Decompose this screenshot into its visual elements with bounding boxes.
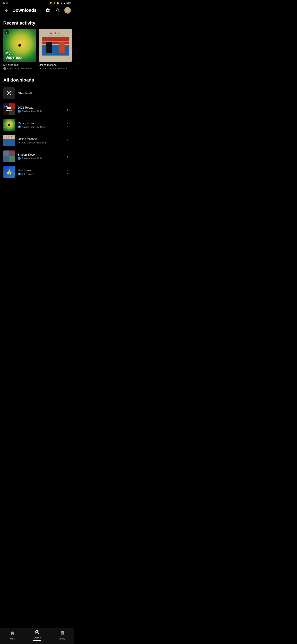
likes-icon: 👍 bbox=[6, 169, 12, 175]
dl-type: Playlist • Abner N. Li bbox=[21, 110, 42, 112]
dl-meta: ✓ Playlist • Abner N. Li bbox=[18, 157, 61, 160]
download-item-offline-mixtape[interactable]: Offline mixtape ✦ Auto playlist • Abner … bbox=[0, 133, 74, 148]
status-time: 5:10 bbox=[3, 2, 8, 4]
recent-activity-title: Recent activity bbox=[0, 16, 74, 29]
download-item-your-likes[interactable]: 👍 Your Likes ✓ Auto playlist ⋮ bbox=[0, 164, 74, 180]
bluetooth-icon: ⚡ bbox=[53, 2, 56, 4]
recent-activity-scroll[interactable]: MySupermix My supermix ✓ Playlist • YouT… bbox=[0, 29, 74, 73]
dl-info-recap: 2021 Recap ✓ Playlist • Abner N. Li bbox=[18, 106, 61, 113]
supermix-label: MySupermix bbox=[5, 52, 22, 60]
verified-icon: ✓ bbox=[18, 172, 21, 176]
verified-icon: ✓ bbox=[18, 126, 21, 128]
dl-meta: ✦ Auto playlist • Abner N. Li bbox=[18, 141, 61, 144]
recent-item-name: Offline mixtape bbox=[39, 63, 72, 66]
recent-card-supermix[interactable]: MySupermix My supermix ✓ Playlist • YouT… bbox=[3, 29, 36, 70]
auto-playlist-icon: ✦ bbox=[18, 141, 21, 144]
recent-thumb-offline-mixtape: GRITS THE ART OF TRANSLATION bbox=[39, 29, 72, 62]
recent-item-meta: ✦ Auto playlist • Abner N. Li bbox=[39, 67, 72, 70]
thumb-offline-mixtape bbox=[3, 135, 15, 146]
auto-playlist-icon: ✦ bbox=[39, 67, 42, 70]
more-options-button[interactable]: ⋮ bbox=[64, 106, 71, 112]
dl-type: Playlist • YouTube Music bbox=[21, 126, 46, 128]
download-item-recap[interactable]: CAP 2021RECAP 2021 Recap ✓ Playlist • Ab… bbox=[0, 101, 74, 117]
thumb-supermix-dl: MySupermix bbox=[3, 119, 15, 131]
dl-type: Playlist • Abner N. Li bbox=[21, 157, 42, 160]
battery-level: 55% bbox=[66, 2, 71, 4]
dl-info-your-likes: Your Likes ✓ Auto playlist bbox=[18, 169, 61, 176]
notification-icon: 🔔 bbox=[56, 2, 59, 4]
dl-name: My supermix bbox=[18, 122, 61, 125]
dl-name: Offline mixtape bbox=[18, 137, 61, 140]
header-actions bbox=[44, 7, 71, 14]
dl-meta: ✓ Playlist • Abner N. Li bbox=[18, 110, 61, 113]
recent-item-type: Auto playlist • Abner N. Li bbox=[42, 67, 68, 70]
dl-type: Auto playlist • Abner N. Li bbox=[21, 142, 47, 144]
recent-thumb-supermix: MySupermix bbox=[3, 29, 36, 62]
grits-scene bbox=[42, 37, 69, 56]
grits-title: GRITS bbox=[50, 31, 61, 34]
disc-sm bbox=[8, 124, 10, 126]
dl-info-offline-mixtape: Offline mixtape ✦ Auto playlist • Abner … bbox=[18, 137, 61, 144]
verified-icon: ✓ bbox=[18, 157, 21, 160]
download-item-supermix[interactable]: MySupermix My supermix ✓ Playlist • YouT… bbox=[0, 117, 74, 133]
thumb-recap: CAP 2021RECAP bbox=[3, 104, 15, 115]
dl-name: Your Likes bbox=[18, 169, 61, 172]
more-options-button[interactable]: ⋮ bbox=[64, 169, 71, 175]
shuffle-all-button[interactable]: Shuffle all bbox=[0, 85, 74, 101]
back-button[interactable] bbox=[3, 7, 10, 14]
search-button[interactable] bbox=[54, 7, 61, 14]
verified-icon: ✓ bbox=[18, 110, 21, 113]
recent-item-type: Playlist • YouTube Music bbox=[7, 67, 32, 70]
grits-subtitle: THE ART OF TRANSLATION bbox=[46, 34, 64, 36]
recent-item-meta: ✓ Playlist • YouTube Music bbox=[3, 67, 36, 70]
status-icons: 🔑 ⚡ 🔔 ▼ ▲ 55% bbox=[49, 2, 71, 4]
dl-type: Auto playlist bbox=[21, 173, 34, 175]
recent-card-offline-mixtape[interactable]: GRITS THE ART OF TRANSLATION Offline mix… bbox=[39, 29, 72, 70]
verified-icon: ✓ bbox=[3, 67, 6, 70]
recent-item-name: My supermix bbox=[3, 63, 36, 66]
dl-meta: ✓ Auto playlist bbox=[18, 172, 61, 176]
thumb-station-eleven bbox=[3, 150, 15, 162]
all-downloads-title: All downloads bbox=[0, 73, 74, 85]
settings-button[interactable] bbox=[44, 7, 51, 14]
user-avatar[interactable] bbox=[64, 7, 71, 14]
shuffle-label: Shuffle all bbox=[18, 92, 32, 95]
wifi-icon: ▼ bbox=[60, 2, 62, 4]
page-title: Downloads bbox=[12, 8, 42, 13]
status-bar: 5:10 🔑 ⚡ 🔔 ▼ ▲ 55% bbox=[0, 0, 74, 5]
key-icon: 🔑 bbox=[49, 2, 52, 4]
dl-name: 2021 Recap bbox=[18, 106, 61, 109]
play-icon bbox=[4, 30, 9, 34]
dl-info-station-eleven: Station Eleven ✓ Playlist • Abner N. Li bbox=[18, 153, 61, 160]
signal-icon: ▲ bbox=[63, 2, 66, 4]
dl-name: Station Eleven bbox=[18, 153, 61, 156]
more-options-button[interactable]: ⋮ bbox=[64, 153, 71, 160]
download-item-station-eleven[interactable]: Station Eleven ✓ Playlist • Abner N. Li … bbox=[0, 148, 74, 164]
disc-center bbox=[18, 44, 21, 47]
avatar-image bbox=[64, 7, 71, 14]
dl-meta: ✓ Playlist • YouTube Music bbox=[18, 126, 61, 128]
dl-info-supermix: My supermix ✓ Playlist • YouTube Music bbox=[18, 122, 61, 128]
shuffle-icon bbox=[3, 87, 15, 99]
page-header: Downloads bbox=[0, 5, 74, 16]
more-options-button[interactable]: ⋮ bbox=[64, 137, 71, 144]
thumb-your-likes: 👍 bbox=[3, 166, 15, 178]
more-options-button[interactable]: ⋮ bbox=[64, 122, 71, 128]
